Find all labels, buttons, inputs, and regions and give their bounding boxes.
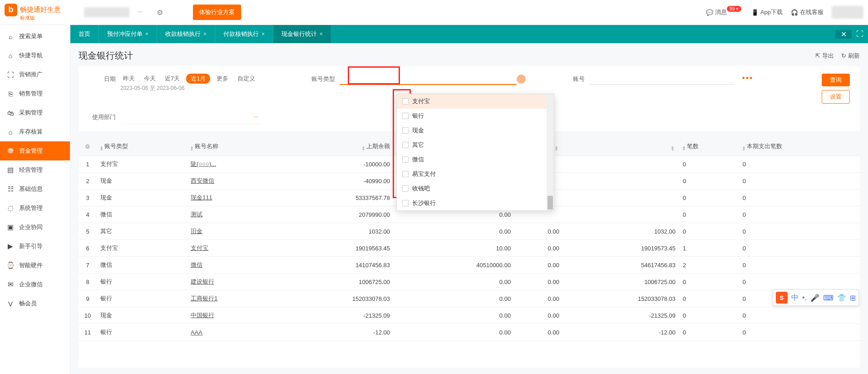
sidebar-item[interactable]: V畅会员 bbox=[0, 294, 70, 313]
dropdown-item[interactable]: 银行 bbox=[397, 109, 554, 123]
ime-mic-icon[interactable]: 🎤 bbox=[810, 294, 819, 302]
ime-keyboard-icon[interactable]: ⌨ bbox=[823, 294, 833, 302]
close-icon[interactable]: × bbox=[145, 31, 148, 37]
chevron-down-icon: ﹀ bbox=[138, 9, 143, 16]
tab-fullscreen-button[interactable]: ⛶ bbox=[852, 30, 868, 38]
sidebar-item[interactable]: ▣企业协同 bbox=[0, 218, 70, 237]
date-filter: 日期 昨天今天近7天近1月更多自定义 2023-05-06 至 2023-06-… bbox=[89, 74, 258, 92]
account-type-input[interactable] bbox=[340, 74, 517, 85]
checkbox[interactable] bbox=[402, 171, 409, 177]
ime-punct-icon[interactable]: •, bbox=[802, 294, 807, 302]
ime-grid-icon[interactable]: ⊞ bbox=[850, 294, 856, 302]
dropdown-item[interactable]: 收钱吧 bbox=[397, 181, 554, 196]
ime-logo-icon[interactable]: S bbox=[776, 292, 788, 304]
sidebar-item[interactable]: ✉企业微信 bbox=[0, 275, 70, 294]
cell-name[interactable]: 中国银行 bbox=[187, 307, 277, 324]
cell-name[interactable]: 陡(○○○)... bbox=[187, 156, 277, 173]
tab[interactable]: 现金银行统计× bbox=[273, 25, 331, 43]
cell-name[interactable]: 建设银行 bbox=[187, 274, 277, 290]
sidebar-item[interactable]: ⌂快捷导航 bbox=[0, 46, 70, 65]
date-option[interactable]: 今天 bbox=[141, 74, 158, 84]
tab[interactable]: 付款核销执行× bbox=[215, 25, 273, 43]
table-header[interactable]: ▴▾上期余额 bbox=[277, 138, 394, 156]
tab[interactable]: 收款核销执行× bbox=[157, 25, 215, 43]
dept-select[interactable]: ﹀ bbox=[120, 112, 261, 124]
page-title: 现金银行统计 bbox=[79, 50, 133, 62]
brand-edition: 标准版 bbox=[20, 15, 75, 21]
cell-name[interactable]: 西安微信 bbox=[187, 173, 277, 189]
sidebar-item[interactable]: 🛍采购管理 bbox=[0, 103, 70, 122]
online-service-link[interactable]: 🎧 在线客服 bbox=[791, 8, 824, 16]
app-download-link[interactable]: 📱 App下载 bbox=[751, 8, 783, 16]
checkbox[interactable] bbox=[402, 127, 409, 134]
dept-filter: 使用部门 ﹀ bbox=[89, 112, 261, 124]
cell-c6: 0.00 bbox=[514, 257, 563, 274]
ime-lang[interactable]: 中 bbox=[791, 293, 799, 303]
table-header[interactable]: ▴▾账号名称 bbox=[187, 138, 277, 156]
sidebar-item[interactable]: ⌂库存核算 bbox=[0, 122, 70, 141]
date-option[interactable]: 近7天 bbox=[162, 74, 182, 84]
close-icon[interactable]: × bbox=[261, 31, 265, 37]
account-input[interactable] bbox=[589, 74, 735, 85]
cell-name[interactable]: 现金111 bbox=[187, 189, 277, 206]
date-option[interactable]: 更多 bbox=[214, 74, 231, 84]
table-header[interactable]: ▴▾账号类型 bbox=[97, 138, 187, 156]
settings-button[interactable]: 设置 bbox=[822, 90, 850, 104]
sidebar-item[interactable]: ▤经营管理 bbox=[0, 160, 70, 180]
org-selector[interactable]: ﹀ ⚙ bbox=[84, 7, 193, 17]
tab[interactable]: 预付冲应付单× bbox=[99, 25, 157, 43]
cell-name[interactable]: AAA bbox=[187, 324, 277, 341]
date-option[interactable]: 自定义 bbox=[235, 74, 258, 84]
scrollbar[interactable] bbox=[547, 94, 554, 210]
gear-icon[interactable]: ⚙ bbox=[157, 8, 163, 17]
dropdown-item[interactable]: 微信 bbox=[397, 152, 554, 167]
cell-out-count: 0 bbox=[739, 223, 860, 240]
dropdown-item[interactable]: 其它 bbox=[397, 138, 554, 152]
date-option[interactable]: 昨天 bbox=[120, 74, 138, 84]
dropdown-item[interactable]: 长沙银行 bbox=[397, 196, 554, 210]
user-avatar-blurred[interactable] bbox=[832, 6, 863, 19]
checkbox[interactable] bbox=[402, 142, 409, 148]
dropdown-item[interactable]: 支付宝 bbox=[397, 94, 554, 109]
close-icon[interactable]: × bbox=[203, 31, 207, 37]
sidebar-item[interactable]: ⛶营销推广 bbox=[0, 65, 70, 84]
trial-button[interactable]: 体验行业方案 bbox=[193, 5, 241, 20]
ime-skin-icon[interactable]: 👕 bbox=[837, 294, 846, 302]
date-range: 2023-05-06 至 2023-06-06 bbox=[120, 85, 258, 92]
sidebar-item[interactable]: ⛃资金管理 bbox=[0, 141, 70, 160]
sidebar-item[interactable]: ⎘销售管理 bbox=[0, 84, 70, 103]
sidebar-item[interactable]: ⌚智能硬件 bbox=[0, 256, 70, 275]
checkbox[interactable] bbox=[402, 156, 409, 163]
table-settings-icon[interactable]: ⚙ bbox=[79, 138, 97, 156]
sidebar-item[interactable]: ⌕搜索菜单 bbox=[0, 27, 70, 46]
table-header[interactable]: ▴▾本期支出笔数 bbox=[739, 138, 860, 156]
cell-name[interactable]: 测试 bbox=[187, 206, 277, 223]
close-icon[interactable]: × bbox=[320, 31, 323, 37]
table-header[interactable]: ▴▾笔数 bbox=[679, 138, 739, 156]
messages-link[interactable]: 💬 消息 99 + bbox=[706, 8, 743, 16]
tab-close-button[interactable]: ✕ bbox=[835, 30, 852, 39]
tab[interactable]: 首页 bbox=[70, 25, 99, 43]
table-header[interactable]: ▴▾ bbox=[563, 138, 679, 156]
checkbox[interactable] bbox=[402, 98, 409, 105]
checkbox[interactable] bbox=[402, 113, 409, 119]
cell-name[interactable]: 旧金 bbox=[187, 223, 277, 240]
cell-name[interactable]: 支付宝 bbox=[187, 240, 277, 257]
more-icon[interactable]: ••• bbox=[742, 74, 753, 83]
refresh-button[interactable]: ↻ 刷新 bbox=[841, 52, 860, 60]
collapse-icon[interactable]: ︿ bbox=[517, 75, 526, 84]
checkbox[interactable] bbox=[402, 185, 409, 192]
sidebar-item[interactable]: ◌系统管理 bbox=[0, 199, 70, 218]
query-button[interactable]: 查询 bbox=[822, 74, 850, 86]
date-option[interactable]: 近1月 bbox=[186, 74, 210, 84]
cell-name[interactable]: 微信 bbox=[187, 257, 277, 274]
dropdown-item[interactable]: 现金 bbox=[397, 123, 554, 138]
checkbox[interactable] bbox=[402, 200, 409, 206]
sidebar-item[interactable]: ☷基础信息 bbox=[0, 180, 70, 199]
dropdown-item[interactable]: 易宝支付 bbox=[397, 167, 554, 181]
cell-count: 1 bbox=[679, 240, 739, 257]
cell-c6: 0.00 bbox=[514, 223, 563, 240]
cell-name[interactable]: 工商银行1 bbox=[187, 290, 277, 307]
sidebar-item[interactable]: ▶新手引导 bbox=[0, 237, 70, 256]
export-button[interactable]: ⇱ 导出 bbox=[815, 52, 834, 60]
